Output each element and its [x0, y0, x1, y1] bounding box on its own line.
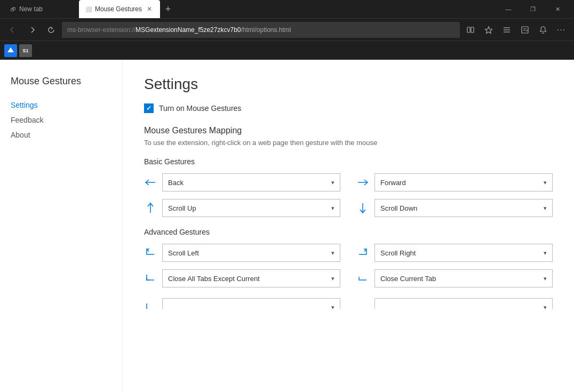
window-controls: — ❐ ✕	[496, 0, 570, 18]
favorites-button[interactable]	[480, 21, 497, 38]
gesture-select-forward[interactable]: Forward ▾	[374, 173, 553, 191]
mapping-section-desc: To use the extension, right-click on a w…	[144, 139, 553, 147]
extension-icon-2[interactable]: S1	[19, 44, 32, 57]
sidebar-item-about[interactable]: About	[11, 127, 111, 142]
mouse-gestures-tab-icon: ⬜	[85, 6, 92, 12]
address-bar[interactable]: ms-browser-extension://MSGextensionName_…	[62, 22, 460, 38]
basic-gestures-title: Basic Gestures	[144, 157, 553, 166]
tab-mouse-gestures[interactable]: ⬜ Mouse Gestures ✕	[79, 0, 160, 18]
refresh-button[interactable]	[43, 21, 60, 38]
nav-actions: ···	[462, 21, 570, 38]
gesture-row-up: Scroll Up ▾	[144, 199, 340, 217]
gesture-row-close-current: Close Current Tab ▾	[356, 269, 553, 287]
forward-button[interactable]	[23, 21, 41, 38]
gesture-select-back[interactable]: Back ▾	[162, 173, 340, 191]
advanced-gestures-section: Advanced Gestures Scroll Left ▾	[144, 228, 553, 309]
tab-close-button[interactable]: ✕	[145, 5, 154, 13]
new-tab-button[interactable]: +	[160, 1, 176, 17]
gesture-icon-scroll-left	[144, 247, 157, 259]
url-path: /html/options.html	[241, 26, 291, 34]
tab-new-tab[interactable]: 🗗 New tab	[4, 0, 79, 18]
chevron-icon-partial-1: ▾	[331, 304, 334, 309]
tab-new-tab-label: New tab	[19, 5, 43, 13]
sidebar-item-settings[interactable]: Settings	[11, 98, 111, 113]
toggle-label: Turn on Mouse Gestures	[159, 104, 241, 113]
gesture-select-scroll-up[interactable]: Scroll Up ▾	[162, 199, 340, 217]
extension-icon-1[interactable]	[4, 44, 17, 57]
chevron-icon-back: ▾	[331, 179, 334, 186]
url-scheme: ms-browser-extension://	[67, 26, 135, 34]
gesture-select-partial-1[interactable]: ▾	[162, 298, 340, 309]
gesture-icon-right	[356, 179, 369, 186]
web-note-button[interactable]	[516, 21, 533, 38]
toolbar-bar: S1	[0, 41, 574, 60]
gesture-select-scroll-down-value: Scroll Down	[380, 204, 417, 212]
gesture-icon-close-current	[356, 273, 369, 284]
partial-gestures-grid: ▾ ▾	[144, 298, 553, 309]
page-content: Mouse Gestures Settings Feedback About S…	[0, 60, 574, 392]
gesture-select-close-current[interactable]: Close Current Tab ▾	[374, 269, 553, 287]
gesture-select-scroll-left-value: Scroll Left	[168, 249, 199, 257]
reading-view-button[interactable]	[462, 21, 479, 38]
gesture-select-close-current-value: Close Current Tab	[380, 275, 436, 283]
chevron-icon-scroll-right: ▾	[544, 250, 547, 257]
gesture-select-scroll-right-value: Scroll Right	[380, 249, 416, 257]
notifications-button[interactable]	[535, 21, 552, 38]
gesture-icon-scroll-right	[356, 247, 369, 259]
advanced-gestures-title: Advanced Gestures	[144, 228, 553, 236]
chevron-icon-forward: ▾	[544, 179, 547, 186]
gesture-row-down: Scroll Down ▾	[356, 199, 553, 217]
gesture-select-close-all-value: Close All Tabs Except Current	[168, 275, 260, 283]
close-button[interactable]: ✕	[545, 0, 570, 18]
chevron-icon-scroll-down: ▾	[544, 205, 547, 212]
gesture-icon-close-all	[144, 273, 157, 284]
minimize-button[interactable]: —	[496, 0, 521, 18]
back-button[interactable]	[4, 21, 21, 38]
partial-gesture-row-2: ▾	[356, 298, 553, 309]
hub-button[interactable]	[498, 21, 515, 38]
gesture-icon-down	[356, 202, 369, 214]
svg-marker-2	[485, 27, 492, 34]
svg-marker-9	[7, 47, 14, 52]
basic-gestures-grid: Back ▾ Forward ▾ Scroll Up	[144, 173, 553, 217]
mapping-section-title: Mouse Gestures Mapping	[144, 126, 553, 135]
advanced-gestures-grid: Scroll Left ▾ Scroll Right ▾	[144, 244, 553, 287]
svg-rect-0	[467, 27, 470, 33]
mouse-gestures-checkbox[interactable]	[144, 103, 154, 113]
gesture-row-forward: Forward ▾	[356, 173, 553, 191]
chevron-icon-scroll-up: ▾	[331, 205, 334, 212]
page-title: Settings	[144, 76, 553, 93]
gesture-select-partial-2[interactable]: ▾	[374, 298, 553, 309]
sidebar-title: Mouse Gestures	[11, 76, 111, 87]
gesture-select-forward-value: Forward	[380, 179, 406, 187]
gesture-select-scroll-up-value: Scroll Up	[168, 204, 196, 212]
svg-rect-6	[522, 27, 528, 33]
gesture-row-scroll-left: Scroll Left ▾	[144, 244, 340, 262]
gesture-select-scroll-right[interactable]: Scroll Right ▾	[374, 244, 553, 262]
partial-gesture-row-1: ▾	[144, 298, 340, 309]
nav-bar: ms-browser-extension://MSGextensionName_…	[0, 18, 574, 41]
title-bar: 🗗 New tab ⬜ Mouse Gestures ✕ + — ❐ ✕	[0, 0, 574, 18]
gesture-select-scroll-down[interactable]: Scroll Down ▾	[374, 199, 553, 217]
url-host: MSGextensionName_f5ze27zkcv7b0	[135, 26, 241, 34]
restore-button[interactable]: ❐	[521, 0, 545, 18]
sidebar-item-feedback[interactable]: Feedback	[11, 113, 111, 127]
more-button[interactable]: ···	[553, 21, 570, 38]
sidebar: Mouse Gestures Settings Feedback About	[0, 60, 123, 392]
gesture-row-scroll-right: Scroll Right ▾	[356, 244, 553, 262]
svg-rect-1	[471, 27, 474, 33]
gesture-icon-left	[144, 179, 157, 186]
chevron-icon-scroll-left: ▾	[331, 250, 334, 257]
main-content: Settings Turn on Mouse Gestures Mouse Ge…	[123, 60, 574, 392]
gesture-icon-up	[144, 202, 157, 214]
toggle-row: Turn on Mouse Gestures	[144, 103, 553, 113]
gesture-select-close-all[interactable]: Close All Tabs Except Current ▾	[162, 269, 340, 287]
gesture-select-scroll-left[interactable]: Scroll Left ▾	[162, 244, 340, 262]
gesture-select-back-value: Back	[168, 179, 184, 187]
chevron-icon-close-all: ▾	[331, 275, 334, 282]
gesture-row-close-all: Close All Tabs Except Current ▾	[144, 269, 340, 287]
gesture-row-back: Back ▾	[144, 173, 340, 191]
gesture-icon-partial-1	[144, 301, 157, 309]
tab-mouse-gestures-label: Mouse Gestures	[95, 5, 142, 13]
chevron-icon-partial-2: ▾	[544, 304, 547, 309]
